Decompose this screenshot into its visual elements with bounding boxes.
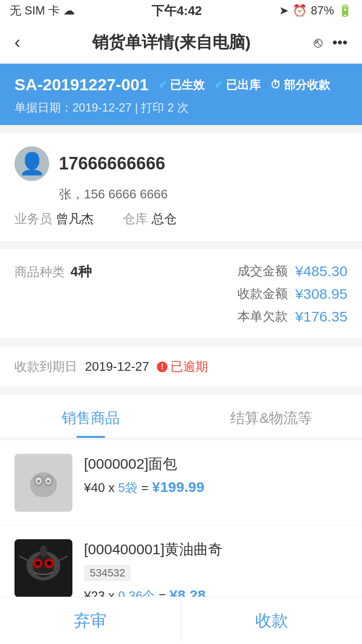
amounts-right: 成交金额 ¥485.30 收款金额 ¥308.95 本单欠款 ¥176.35	[237, 263, 348, 325]
tab-underline	[76, 436, 105, 438]
product-image-1: 兽+	[14, 454, 72, 512]
status-time: 下午4:42	[152, 2, 202, 19]
svg-point-16	[40, 546, 47, 557]
debt-label: 本单欠款	[237, 308, 288, 325]
payment-label: 收款金额	[237, 285, 288, 302]
price-total-1: ¥199.99	[152, 479, 204, 495]
customer-detail: 张，156 6666 6666	[14, 186, 348, 203]
due-label: 收款到期日	[14, 358, 77, 375]
due-date-value: 2019-12-27	[85, 359, 149, 374]
deal-value: ¥485.30	[295, 263, 348, 280]
salesperson-label: 业务员	[14, 210, 52, 227]
product-image-2	[14, 539, 72, 597]
avatar-icon: 👤	[19, 151, 45, 176]
order-print: 打印 2 次	[141, 101, 189, 114]
nav-actions: ⎋ •••	[299, 34, 348, 51]
cancel-review-button[interactable]: 弃审	[0, 600, 181, 642]
overdue-dot-icon: !	[157, 362, 167, 372]
nav-bar: ‹ 销货单详情(来自电脑) ⎋ •••	[0, 21, 362, 64]
product-price-1: ¥40 x 5袋 = ¥199.99	[84, 479, 348, 496]
badge-effective: ✔ 已生效	[158, 77, 205, 93]
bottom-bar: 弃审 收款	[0, 597, 362, 644]
product-list: 兽+ [0000002]面包 ¥40 x 5袋 = ¥199.99	[0, 440, 362, 618]
order-meta: 单据日期：2019-12-27 | 打印 2 次	[14, 100, 348, 115]
table-row: 兽+ [0000002]面包 ¥40 x 5袋 = ¥199.99	[0, 440, 362, 526]
customer-meta: 业务员 曾凡杰 仓库 总仓	[14, 210, 348, 227]
page-title: 销货单详情(来自电脑)	[43, 31, 299, 54]
customer-id: 17666666666	[59, 154, 165, 174]
tabs-section: 销售商品 结算&物流等	[0, 395, 362, 438]
salesperson-item: 业务员 曾凡杰	[14, 210, 94, 227]
salesperson-value: 曾凡杰	[56, 210, 94, 227]
order-id-text: SA-20191227-001	[14, 75, 149, 94]
check-icon-1: ✔	[158, 79, 167, 91]
price-eq-1: =	[141, 480, 152, 495]
price-qty-1: 5袋	[118, 480, 138, 495]
price-base-1: ¥40 x	[84, 480, 118, 495]
badge-partial: ⏱ 部分收款	[270, 77, 330, 93]
collect-payment-button[interactable]: 收款	[181, 600, 362, 642]
customer-row: 👤 17666666666	[14, 146, 348, 181]
owl-icon: 兽+	[24, 463, 63, 502]
product-info-1: [0000002]面包 ¥40 x 5袋 = ¥199.99	[84, 454, 348, 496]
clock-icon: ⏱	[270, 79, 281, 91]
order-banner: SA-20191227-001 ✔ 已生效 ✔ 已出库 ⏱ 部分收款 单据日期：…	[0, 64, 362, 125]
badge-shipped: ✔ 已出库	[214, 77, 261, 93]
battery-status: 87%	[311, 4, 334, 17]
debt-amount-row: 本单欠款 ¥176.35	[237, 308, 348, 325]
svg-point-14	[35, 561, 40, 566]
payment-value: ¥308.95	[295, 286, 348, 302]
deal-amount-row: 成交金额 ¥485.30	[237, 263, 348, 280]
tab-sales-goods[interactable]: 销售商品	[0, 395, 181, 438]
product-thumbnail-2	[14, 539, 72, 597]
overdue-label: 已逾期	[170, 358, 208, 375]
svg-point-6	[47, 480, 50, 483]
more-icon[interactable]: •••	[332, 34, 348, 51]
category-info: 商品种类 4种	[14, 263, 237, 281]
svg-point-15	[47, 561, 52, 566]
deal-label: 成交金额	[237, 263, 288, 280]
battery-icon: 🔋	[338, 4, 352, 17]
product-info-2: [000400001]黄油曲奇 534532 ¥23 x 0.36个 = ¥8.…	[84, 539, 348, 604]
order-date: 单据日期：2019-12-27	[14, 101, 132, 114]
amount-section: 商品种类 4种 成交金额 ¥485.30 收款金额 ¥308.95 本单欠款 ¥…	[0, 249, 362, 339]
svg-text:兽+: 兽+	[35, 493, 41, 497]
share-icon[interactable]: ⎋	[314, 34, 322, 51]
debt-value: ¥176.35	[295, 308, 348, 325]
status-bar: 无 SIM 卡 ☁ 下午4:42 ➤ ⏰ 87% 🔋	[0, 0, 362, 21]
order-separator: |	[135, 101, 141, 114]
product-name-1: [0000002]面包	[84, 454, 348, 474]
product-thumbnail-1: 兽+	[14, 454, 72, 512]
check-icon-2: ✔	[214, 79, 223, 91]
tab-settlement[interactable]: 结算&物流等	[181, 395, 362, 438]
status-left: 无 SIM 卡 ☁	[10, 3, 75, 18]
location-icon: ➤	[279, 4, 289, 17]
warehouse-item: 仓库 总仓	[123, 210, 177, 227]
warehouse-label: 仓库	[123, 210, 148, 227]
category-value: 4种	[70, 263, 92, 281]
warehouse-value: 总仓	[152, 210, 177, 227]
payment-amount-row: 收款金额 ¥308.95	[237, 285, 348, 302]
status-right: ➤ ⏰ 87% 🔋	[279, 4, 352, 17]
order-id-row: SA-20191227-001 ✔ 已生效 ✔ 已出库 ⏱ 部分收款	[14, 75, 348, 94]
product-name-2: [000400001]黄油曲奇	[84, 539, 348, 560]
svg-point-5	[37, 480, 40, 483]
overdue-badge: ! 已逾期	[157, 358, 208, 375]
category-label: 商品种类	[14, 264, 65, 280]
avatar: 👤	[14, 146, 49, 181]
back-button[interactable]: ‹	[14, 32, 43, 53]
alarm-icon: ⏰	[292, 4, 307, 17]
product-sku-2: 534532	[84, 565, 131, 581]
customer-section: 👤 17666666666 张，156 6666 6666 业务员 曾凡杰 仓库…	[0, 133, 362, 241]
order-badges: ✔ 已生效 ✔ 已出库 ⏱ 部分收款	[158, 77, 330, 93]
product-img-svg-2	[14, 539, 72, 597]
sim-status: 无 SIM 卡 ☁	[10, 3, 75, 18]
due-section: 收款到期日 2019-12-27 ! 已逾期	[0, 347, 362, 387]
